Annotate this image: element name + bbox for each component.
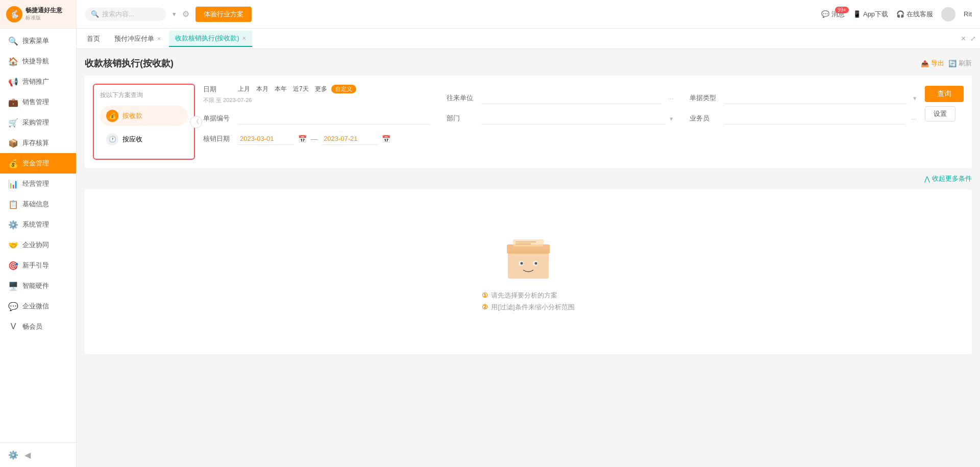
shortcut-this-year[interactable]: 本年 — [273, 84, 289, 94]
shortcut-custom[interactable]: 自定义 — [331, 85, 356, 93]
header-right: 💬 消息 99+ 📱 App下载 🎧 在线客服 Rit — [821, 7, 972, 21]
header-gear-icon[interactable]: ⚙ — [182, 9, 189, 19]
empty-state: ① 请先选择要分析的方案 ② 用[过滤]条件来缩小分析范围 — [85, 189, 972, 354]
sidebar-item-7[interactable]: 📊经营管理 — [0, 174, 76, 194]
tab-prepay[interactable]: 预付冲应付单 × — [108, 31, 167, 47]
partner-dots[interactable]: ··· — [668, 94, 673, 102]
partner-label: 往来单位 — [447, 93, 477, 103]
sidebar-item-5[interactable]: 📦库存核算 — [0, 133, 76, 153]
app-name: 畅捷通好生意 — [26, 7, 62, 15]
collapse-conditions-button[interactable]: ⋀ 收起更多条件 — [924, 174, 972, 183]
sidebar-bottom: ⚙️ ◀ — [0, 443, 76, 467]
refresh-button[interactable]: 🔄 刷新 — [948, 59, 972, 68]
sidebar-item-6[interactable]: 💰资金管理 — [0, 153, 76, 174]
sidebar-icon-1: 🏠 — [8, 56, 18, 66]
tab-close-all-icon[interactable]: ✕ — [961, 35, 966, 42]
sidebar-icon-10: 🤝 — [8, 240, 18, 250]
sidebar-icon-4: 🛒 — [8, 117, 18, 128]
tab-collection[interactable]: 收款核销执行(按收款) × — [169, 31, 252, 47]
refresh-icon: 🔄 — [948, 60, 957, 67]
sidebar-icon-7: 📊 — [8, 179, 18, 189]
message-icon: 💬 — [821, 10, 829, 18]
logo-icon: 🐇 — [6, 6, 22, 22]
filter-collapse-button[interactable]: 《 — [190, 116, 202, 128]
sidebar-item-9[interactable]: ⚙️系统管理 — [0, 214, 76, 235]
sidebar-label-4: 采购管理 — [22, 118, 49, 127]
tab-collection-close[interactable]: × — [242, 35, 246, 42]
sidebar-label-10: 企业协同 — [22, 240, 49, 250]
sidebar-label-3: 销售管理 — [22, 97, 49, 107]
sidebar-icon-3: 💼 — [8, 97, 18, 107]
date-shortcuts: 日期 上月 本月 本年 近7天 更多 自定义 — [203, 84, 430, 94]
empty-illustration — [498, 230, 559, 281]
date-field: 日期 上月 本月 本年 近7天 更多 自定义 不限 至 2023-07-26 — [203, 84, 430, 104]
online-service-button[interactable]: 🎧 在线客服 — [896, 10, 933, 19]
filter-sidebar-wrapper: 按以下方案查询 💰 按收款 🕐 按应收 《 — [93, 84, 195, 160]
receivable-icon: 🕐 — [106, 133, 118, 145]
tip-num-2: ② — [482, 301, 488, 313]
sidebar-item-12[interactable]: 🖥️智能硬件 — [0, 276, 76, 296]
verify-date-end-calendar-icon[interactable]: 📅 — [382, 135, 390, 143]
receipt-icon: 💰 — [106, 110, 118, 122]
header-search-box[interactable]: 🔍 搜索内容... — [85, 8, 166, 21]
sidebar-item-13[interactable]: 💬企业微信 — [0, 296, 76, 316]
sidebar-icon-8: 📋 — [8, 199, 18, 209]
verify-date-label: 核销日期 — [203, 134, 234, 143]
verify-date-start-input[interactable] — [238, 133, 294, 145]
sidebar-icon-6: 💰 — [8, 158, 18, 168]
app-download-button[interactable]: 📱 App下载 — [853, 10, 888, 19]
sidebar-item-8[interactable]: 📋基础信息 — [0, 194, 76, 214]
sidebar-collapse-icon[interactable]: ◀ — [24, 450, 31, 460]
order-no-input[interactable] — [238, 112, 430, 125]
sidebar-item-0[interactable]: 🔍搜索菜单 — [0, 31, 76, 51]
verify-date-end-input[interactable] — [322, 133, 378, 145]
dept-label: 部门 — [447, 114, 477, 123]
settings-icon[interactable]: ⚙️ — [8, 450, 18, 460]
shortcut-this-month[interactable]: 本月 — [254, 84, 271, 94]
staff-dots[interactable]: ··· — [911, 115, 917, 122]
shortcut-7days[interactable]: 近7天 — [291, 84, 311, 94]
sidebar-item-2[interactable]: 📢营销推广 — [0, 71, 76, 92]
sidebar-item-11[interactable]: 🎯新手引导 — [0, 255, 76, 276]
solution-button[interactable]: 体验行业方案 — [195, 7, 252, 22]
setting-button[interactable]: 设置 — [925, 106, 955, 121]
message-button[interactable]: 💬 消息 99+ — [821, 10, 845, 19]
order-type-field: 单据类型 ▾ — [690, 92, 917, 104]
sidebar-icon-9: ⚙️ — [8, 219, 18, 230]
sidebar-item-4[interactable]: 🛒采购管理 — [0, 112, 76, 133]
svg-rect-6 — [513, 239, 544, 247]
tip-num-1: ① — [482, 289, 488, 301]
sidebar-icon-13: 💬 — [8, 301, 18, 311]
tab-expand-icon[interactable]: ⤢ — [970, 35, 976, 42]
tab-prepay-close[interactable]: × — [157, 35, 161, 42]
sidebar-item-1[interactable]: 🏠快捷导航 — [0, 51, 76, 71]
by-receipt-label: 按收款 — [122, 111, 142, 120]
export-button[interactable]: 📤 导出 — [921, 59, 944, 68]
partner-field: 往来单位 ··· — [447, 92, 674, 104]
staff-input[interactable] — [724, 112, 905, 125]
sidebar-label-5: 库存核算 — [22, 138, 49, 148]
tab-home[interactable]: 首页 — [81, 31, 106, 47]
order-type-chevron: ▾ — [913, 94, 917, 102]
collapse-bar: ⋀ 收起更多条件 — [85, 174, 972, 183]
partner-input[interactable] — [481, 92, 662, 104]
dept-select[interactable] — [481, 112, 666, 125]
svg-point-4 — [521, 262, 523, 265]
filter-option-by-receipt[interactable]: 💰 按收款 — [100, 106, 188, 126]
filter-option-by-receivable[interactable]: 🕐 按应收 — [100, 129, 188, 150]
message-badge: 99+ — [835, 7, 849, 13]
query-button[interactable]: 查询 — [925, 86, 964, 102]
sidebar-label-8: 基础信息 — [22, 200, 49, 209]
order-type-select[interactable] — [724, 92, 907, 104]
shortcut-last-month[interactable]: 上月 — [236, 84, 252, 94]
verify-date-start-calendar-icon[interactable]: 📅 — [298, 135, 307, 143]
sidebar-nav: 🔍搜索菜单🏠快捷导航📢营销推广💼销售管理🛒采购管理📦库存核算💰资金管理📊经营管理… — [0, 29, 76, 443]
dept-field: 部门 ▾ — [447, 112, 674, 125]
filter-action-btns: 查询 设置 — [925, 84, 964, 160]
sidebar-item-14[interactable]: V畅会员 — [0, 316, 76, 337]
sidebar-item-3[interactable]: 💼销售管理 — [0, 92, 76, 112]
sidebar-item-10[interactable]: 🤝企业协同 — [0, 235, 76, 255]
shortcut-more[interactable]: 更多 — [313, 84, 329, 94]
dropdown-icon[interactable]: ▾ — [173, 10, 176, 18]
tip-text-1: 请先选择要分析的方案 — [491, 289, 557, 301]
